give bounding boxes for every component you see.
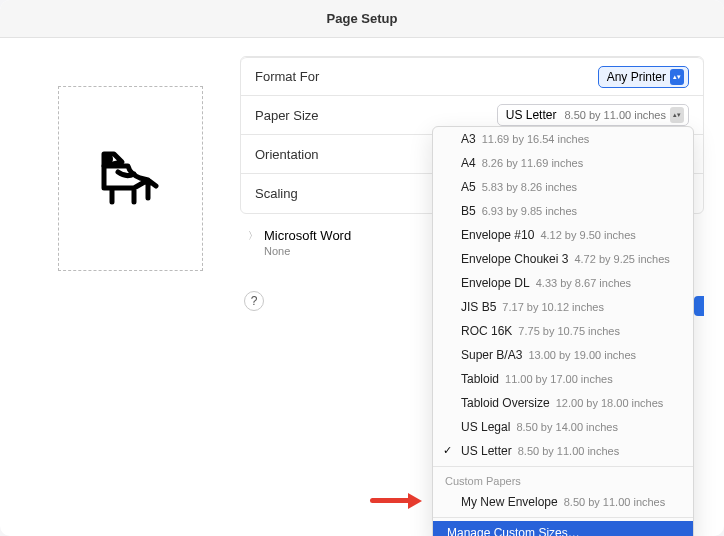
option-name: Tabloid: [461, 372, 499, 386]
page-setup-window: Page Setup Forma: [0, 0, 724, 536]
option-name: A4: [461, 156, 476, 170]
manage-custom-sizes[interactable]: Manage Custom Sizes…: [433, 521, 693, 536]
option-dim: 6.93 by 9.85 inches: [482, 205, 577, 217]
format-for-label: Format For: [255, 69, 319, 84]
option-name: US Legal: [461, 420, 510, 434]
paper-size-detail: 8.50 by 11.00 inches: [564, 109, 666, 121]
option-name: Super B/A3: [461, 348, 522, 362]
app-sub: None: [264, 245, 290, 257]
option-dim: 5.83 by 8.26 inches: [482, 181, 577, 193]
updown-icon: ▴▾: [670, 107, 684, 123]
option-name: Envelope DL: [461, 276, 530, 290]
paper-option[interactable]: ROC 16K7.75 by 10.75 inches: [433, 319, 693, 343]
page-preview: [58, 86, 203, 271]
dog-icon: [90, 144, 170, 214]
option-name: Tabloid Oversize: [461, 396, 550, 410]
paper-option[interactable]: US Letter8.50 by 11.00 inches: [433, 439, 693, 463]
paper-option-custom[interactable]: My New Envelope8.50 by 11.00 inches: [433, 490, 693, 514]
option-dim: 13.00 by 19.00 inches: [528, 349, 636, 361]
manage-label: Manage Custom Sizes…: [447, 526, 580, 536]
option-dim: 8.50 by 11.00 inches: [518, 445, 620, 457]
orientation-label: Orientation: [255, 147, 319, 162]
window-title: Page Setup: [0, 0, 724, 38]
option-dim: 4.33 by 8.67 inches: [536, 277, 631, 289]
option-dim: 8.50 by 14.00 inches: [516, 421, 618, 433]
paper-option[interactable]: A55.83 by 8.26 inches: [433, 175, 693, 199]
paper-option[interactable]: JIS B57.17 by 10.12 inches: [433, 295, 693, 319]
paper-option[interactable]: B56.93 by 9.85 inches: [433, 199, 693, 223]
paper-option[interactable]: A311.69 by 16.54 inches: [433, 127, 693, 151]
paper-size-label: Paper Size: [255, 108, 319, 123]
option-name: My New Envelope: [461, 495, 558, 509]
option-dim: 11.00 by 17.00 inches: [505, 373, 613, 385]
option-name: Envelope Choukei 3: [461, 252, 568, 266]
option-dim: 7.17 by 10.12 inches: [502, 301, 604, 313]
format-for-value: Any Printer: [607, 70, 666, 84]
format-for-select[interactable]: Any Printer ▴▾: [598, 66, 689, 88]
paper-option[interactable]: Super B/A313.00 by 19.00 inches: [433, 343, 693, 367]
option-name: JIS B5: [461, 300, 496, 314]
chevron-right-icon: 〉: [248, 229, 258, 243]
paper-option[interactable]: Tabloid11.00 by 17.00 inches: [433, 367, 693, 391]
option-dim: 11.69 by 16.54 inches: [482, 133, 590, 145]
separator: [433, 517, 693, 518]
option-name: A3: [461, 132, 476, 146]
option-name: US Letter: [461, 444, 512, 458]
format-for-row: Format For Any Printer ▴▾: [241, 57, 703, 96]
paper-option[interactable]: Envelope #104.12 by 9.50 inches: [433, 223, 693, 247]
annotation-arrow: [370, 498, 410, 503]
option-name: Envelope #10: [461, 228, 534, 242]
option-dim: 4.12 by 9.50 inches: [540, 229, 635, 241]
updown-icon: ▴▾: [670, 69, 684, 85]
option-dim: 12.00 by 18.00 inches: [556, 397, 664, 409]
button-fragment: [694, 296, 704, 316]
paper-option[interactable]: Envelope Choukei 34.72 by 9.25 inches: [433, 247, 693, 271]
paper-size-select[interactable]: US Letter 8.50 by 11.00 inches ▴▾: [497, 104, 689, 126]
option-name: A5: [461, 180, 476, 194]
separator: [433, 466, 693, 467]
scaling-label: Scaling: [255, 186, 298, 201]
option-name: B5: [461, 204, 476, 218]
svg-point-0: [108, 157, 111, 160]
paper-option[interactable]: A48.26 by 11.69 inches: [433, 151, 693, 175]
preview-pane: [0, 38, 240, 311]
paper-option[interactable]: Envelope DL4.33 by 8.67 inches: [433, 271, 693, 295]
option-dim: 8.26 by 11.69 inches: [482, 157, 584, 169]
option-name: ROC 16K: [461, 324, 512, 338]
paper-option[interactable]: Tabloid Oversize12.00 by 18.00 inches: [433, 391, 693, 415]
paper-size-value: US Letter: [506, 108, 557, 122]
app-name: Microsoft Word: [264, 228, 351, 243]
paper-size-dropdown: A311.69 by 16.54 inchesA48.26 by 11.69 i…: [432, 126, 694, 536]
help-button[interactable]: ?: [244, 291, 264, 311]
custom-papers-header: Custom Papers: [433, 470, 693, 490]
option-dim: 7.75 by 10.75 inches: [518, 325, 620, 337]
option-dim: 4.72 by 9.25 inches: [574, 253, 669, 265]
paper-option[interactable]: US Legal8.50 by 14.00 inches: [433, 415, 693, 439]
option-dim: 8.50 by 11.00 inches: [564, 496, 666, 508]
